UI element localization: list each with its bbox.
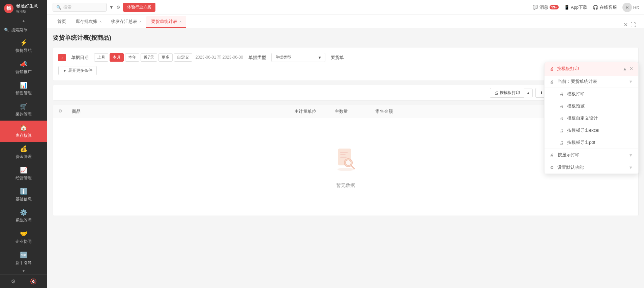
content-area: 要货单统计表(按商品) › 单据日期 上月 本月 本年 近7天 更多 自定义 2… (47, 28, 644, 288)
date-btn-custom[interactable]: 自定义 (174, 53, 192, 62)
app-download-btn[interactable]: 📱 App下载 (564, 4, 587, 10)
user-avatar: R (622, 3, 632, 12)
date-btn-cur-year[interactable]: 本年 (125, 53, 139, 62)
sidebar-item-inventory[interactable]: 🏠 库存核算 (0, 121, 47, 142)
dropdown-header: 🖨 按模板打印 ▲ × (545, 62, 638, 75)
top-header: 🔍 搜索 ▼ ⚙ 体验行业方案 💬 消息 99+ 📱 App下载 🎧 在线客服 (47, 0, 644, 15)
dropdown-template-print-section: 🖨 模板打印 🖨 模板预览 🖨 模板自定义设计 🖨 按模板导出excel 🖨 (545, 88, 638, 149)
sidebar-item-operation[interactable]: 📈 经营管理 (0, 163, 47, 184)
header-search-box[interactable]: 🔍 搜索 (53, 3, 107, 12)
tab-receipts-summary[interactable]: 收发存汇总表 × (106, 16, 146, 28)
th-product: 商品 (69, 105, 292, 118)
app-edition: 标准版 (16, 9, 38, 13)
dropdown-current-item[interactable]: 🖨 当前：要货单统计表 ▼ (545, 75, 638, 88)
tab-close-receipts-summary[interactable]: × (139, 20, 141, 24)
export-icon: ⬆ (540, 91, 543, 95)
tab-bar-close-btn[interactable]: ✕ (623, 22, 628, 28)
guide-icon: 🆕 (20, 251, 27, 259)
tab-close-order-stats[interactable]: × (179, 20, 181, 24)
date-btn-cur-month[interactable]: 本月 (110, 53, 124, 62)
sidebar-settings-btn[interactable]: ⚙ (11, 278, 16, 285)
template-print-btn[interactable]: 🖨 按模板打印 (490, 88, 524, 98)
sidebar-item-collab[interactable]: 🤝 企业协同 (0, 227, 47, 248)
sidebar-item-finance[interactable]: 💰 资金管理 (0, 142, 47, 163)
user-avatar-btn[interactable]: R Rit (622, 3, 639, 12)
current-template-label: 当前：要货单统计表 (558, 78, 597, 85)
date-range-display: 2023-06-01 至 2023-06-30 (196, 55, 243, 60)
header-nav-arrow[interactable]: ▼ (109, 5, 114, 10)
dropdown-set-default-item[interactable]: ⚙ 设置默认功能 ▼ (545, 161, 638, 173)
sidebar-item-sales[interactable]: 📊 销售管理 (0, 78, 47, 99)
filter-row-1: › 单据日期 上月 本月 本年 近7天 更多 自定义 2023-06-01 至 … (58, 53, 633, 62)
date-buttons: 上月 本月 本年 近7天 更多 自定义 2023-06-01 至 2023-06… (94, 53, 243, 62)
sidebar-scroll-up[interactable]: ▲ (0, 17, 47, 25)
sidebar-item-system[interactable]: ⚙️ 系统管理 (0, 205, 47, 227)
sidebar-item-basic[interactable]: ℹ️ 基础信息 (0, 184, 47, 205)
dropdown-template-export-pdf-item[interactable]: 🖨 按模板导出pdf (545, 136, 638, 149)
chevron-up-icon: ▲ (526, 91, 530, 95)
svg-rect-4 (340, 157, 347, 158)
display-print-expand-icon: ▼ (628, 153, 633, 158)
shortcut-icon: ⚡ (20, 39, 27, 46)
main-content: 🔍 搜索 ▼ ⚙ 体验行业方案 💬 消息 99+ 📱 App下载 🎧 在线客服 (47, 0, 644, 288)
sidebar-nav: ⚡ 快捷导航 📣 营销推广 📊 销售管理 🛒 采购管理 🏠 库存核算 💰 资金管… (0, 36, 47, 267)
template-print-arrow-btn[interactable]: ▲ (524, 89, 533, 97)
sidebar-item-shortcut[interactable]: ⚡ 快捷导航 (0, 36, 47, 57)
th-retail-amount: 零售金额 (373, 105, 413, 118)
app-name: 畅通好生意 (16, 3, 38, 9)
expand-conditions-btn[interactable]: ▼ 展开更多条件 (58, 66, 97, 75)
set-default-icon: ⚙ (550, 165, 554, 170)
template-print-item-icon: 🖨 (559, 92, 564, 97)
sidebar-scroll-down[interactable]: ▼ (0, 267, 47, 275)
tab-home[interactable]: 首页 (53, 16, 71, 28)
online-service-btn[interactable]: 🎧 在线客服 (593, 4, 617, 10)
sidebar-sound-btn[interactable]: 🔇 (30, 278, 37, 285)
template-export-pdf-icon: 🖨 (559, 140, 564, 145)
message-badge: 99+ (550, 5, 559, 9)
tab-bar: 首页 库存批次账 × 收发存汇总表 × 要货单统计表 × ✕ ⛶ (47, 15, 644, 28)
collab-icon: 🤝 (20, 230, 27, 237)
dropdown-template-preview-item[interactable]: 🖨 模板预览 (545, 100, 638, 112)
empty-illustration (332, 145, 359, 179)
tab-batch-account[interactable]: 库存批次账 × (71, 16, 106, 28)
dropdown-template-export-excel-item[interactable]: 🖨 按模板导出excel (545, 124, 638, 136)
settings-col-icon[interactable]: ⚙ (58, 108, 62, 114)
inventory-icon: 🏠 (20, 124, 27, 131)
experience-btn[interactable]: 体验行业方案 (123, 3, 155, 12)
dropdown-display-print-item[interactable]: 🖨 按显示打印 ▼ (545, 149, 638, 161)
sidebar-item-guide[interactable]: 🆕 新手引导 (0, 248, 47, 267)
basic-icon: ℹ️ (20, 188, 27, 195)
dropdown-current-section: 🖨 当前：要货单统计表 ▼ (545, 75, 638, 88)
date-btn-prev-month[interactable]: 上月 (94, 53, 108, 62)
marketing-icon: 📣 (20, 60, 27, 68)
header-gear-icon[interactable]: ⚙ (116, 5, 120, 10)
set-default-label: 设置默认功能 (557, 164, 584, 170)
tab-order-stats[interactable]: 要货单统计表 × (146, 16, 186, 28)
svg-point-6 (346, 160, 351, 165)
finance-icon: 💰 (20, 145, 27, 153)
tab-bar-maximize-btn[interactable]: ⛶ (631, 22, 636, 28)
service-icon: 🎧 (593, 5, 598, 10)
app-logo-icon: 畅 (4, 4, 13, 13)
page-title: 要货单统计表(按商品) (53, 34, 639, 42)
svg-rect-3 (340, 154, 346, 155)
search-icon: 🔍 (4, 28, 9, 32)
date-btn-7days[interactable]: 近7天 (141, 53, 157, 62)
tab-close-batch-account[interactable]: × (99, 20, 101, 24)
filter-toggle-btn[interactable]: › (58, 54, 66, 61)
dropdown-expand-icon[interactable]: ▲ (623, 66, 627, 71)
message-btn[interactable]: 💬 消息 99+ (533, 4, 559, 10)
dropdown-close-btn[interactable]: × (630, 66, 633, 72)
date-btn-more[interactable]: 更多 (158, 53, 173, 62)
message-icon: 💬 (533, 5, 538, 10)
empty-text: 暂无数据 (336, 183, 355, 189)
dropdown-template-print-item[interactable]: 🖨 模板打印 (545, 88, 638, 100)
bill-type-select[interactable]: 单据类型 ▼ (271, 53, 325, 62)
bill-type-value: 单据类型 (275, 55, 291, 60)
avatar-initial: R (626, 5, 629, 10)
sidebar-search-btn[interactable]: 🔍 搜索菜单 (0, 25, 47, 36)
sidebar-item-marketing[interactable]: 📣 营销推广 (0, 57, 47, 78)
sidebar-item-purchase[interactable]: 🛒 采购管理 (0, 99, 47, 121)
purchase-icon: 🛒 (20, 103, 27, 110)
dropdown-template-custom-item[interactable]: 🖨 模板自定义设计 (545, 112, 638, 124)
